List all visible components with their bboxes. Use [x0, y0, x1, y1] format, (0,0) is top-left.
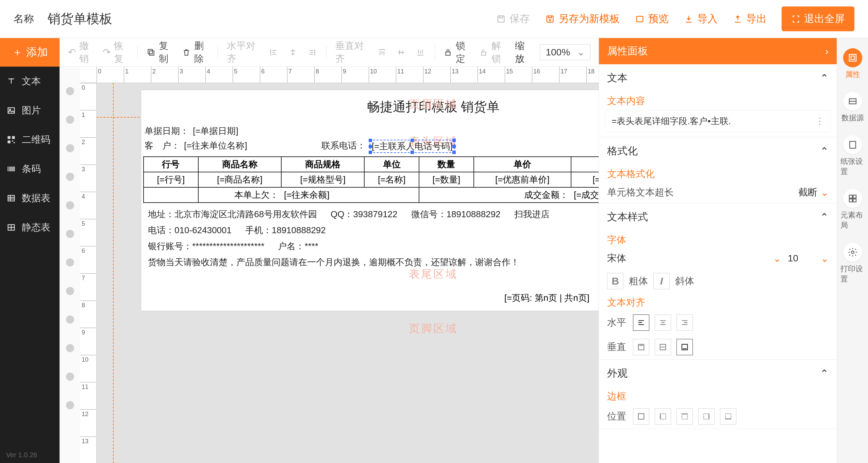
export-button[interactable]: 导出	[733, 12, 767, 26]
sidebar-item-statictable[interactable]: 静态表	[0, 213, 60, 242]
vertical-ruler[interactable]: 01234567891011121314	[80, 83, 97, 463]
text-content-input[interactable]: =表头表尾详细字段.客户•主联. ⋮	[605, 110, 831, 132]
exit-fullscreen-button[interactable]: 退出全屏	[782, 6, 854, 31]
align-top-button[interactable]	[377, 46, 387, 58]
table-header[interactable]: 数量	[419, 157, 474, 172]
save-button[interactable]: 保存	[496, 12, 530, 26]
section-appearance[interactable]: 外观⌃	[599, 360, 837, 387]
h-align-center-button[interactable]	[655, 314, 671, 331]
table-header[interactable]: 单价	[474, 157, 571, 172]
save-as-button[interactable]: 另存为新模板	[545, 12, 620, 26]
table-header[interactable]: 商品名称	[198, 157, 281, 172]
border-left-button[interactable]	[655, 408, 671, 425]
overflow-select[interactable]: 截断 ⌄	[798, 186, 829, 199]
position-label: 位置	[607, 410, 626, 423]
field-label[interactable]: 客 户：	[145, 140, 180, 153]
border-bottom-button[interactable]	[720, 408, 736, 425]
sum-value[interactable]: [=成交金额]	[571, 187, 599, 203]
sum-label[interactable]: 成交金额：	[419, 187, 571, 203]
border-all-button[interactable]	[633, 408, 649, 425]
template-name[interactable]: 销货单模板	[48, 10, 112, 28]
data-table[interactable]: 行号商品名称商品规格单位数量单价金额备注 [=行号][=商品名称][=规格型号]…	[143, 156, 599, 203]
table-header[interactable]: 单位	[364, 157, 419, 172]
horizontal-ruler[interactable]: 0123456789101112131415161718192021222324	[80, 67, 599, 83]
italic-button[interactable]: I	[653, 273, 670, 289]
v-align-top-button[interactable]	[633, 339, 649, 355]
copy-button[interactable]: 复制	[147, 39, 173, 65]
bold-button[interactable]: B	[607, 273, 623, 289]
table-cell[interactable]: [=优惠前单价]	[474, 172, 571, 187]
sum-value[interactable]: [=往来余额]	[281, 187, 419, 203]
delete-button[interactable]: 删除	[182, 39, 209, 65]
table-cell[interactable]: [=行号]	[144, 172, 198, 187]
lock-button[interactable]: 锁定	[444, 39, 470, 65]
sum-label[interactable]: 本单上欠：	[198, 187, 281, 203]
table-cell[interactable]: [=规格型号]	[281, 172, 364, 187]
rail-layout[interactable]: 元素布局	[840, 189, 865, 230]
align-right-button[interactable]	[307, 46, 317, 58]
h-align-right-button[interactable]	[677, 314, 693, 331]
footer-text[interactable]: 户名：****	[278, 240, 318, 252]
rail-datasource[interactable]: 数据源	[840, 92, 865, 123]
footer-text[interactable]: 货物当天请验收清楚，产品质量问题请在一个月内退换，逾期概不负责，还望谅解，谢谢合…	[148, 256, 519, 268]
field-value[interactable]: [=往来单位名称]	[184, 140, 247, 153]
align-bottom-button[interactable]	[415, 46, 426, 58]
sidebar-item-datatable[interactable]: 数据表	[0, 184, 60, 213]
unlock-button[interactable]: 解锁	[479, 39, 506, 65]
border-top-button[interactable]	[677, 408, 693, 425]
align-left-button[interactable]	[268, 46, 279, 58]
section-style[interactable]: 文本样式⌃	[599, 203, 837, 231]
h-align-left-button[interactable]	[633, 314, 649, 331]
rail-print[interactable]: 打印设置	[840, 243, 865, 284]
sidebar-item-text[interactable]: 文本	[0, 67, 60, 96]
properties-header[interactable]: 属性面板 ›	[599, 38, 837, 64]
footer-text[interactable]: 手机：18910888292	[245, 224, 326, 236]
font-size-select[interactable]: 10 ⌄	[788, 253, 829, 264]
page[interactable]: 页眉区域 畅捷通打印模板 销货单 表头区域 单据日期： [=单据日期] 单据编号…	[141, 90, 599, 311]
table-cell[interactable]: [=名称]	[364, 172, 419, 187]
preview-button[interactable]: 预览	[635, 12, 669, 26]
selected-field[interactable]: [=主联系人电话号码]	[370, 140, 455, 153]
table-cell[interactable]: [=商品名称]	[198, 172, 281, 187]
footer-text[interactable]: QQ：393879122	[331, 208, 398, 220]
table-header[interactable]: 商品规格	[281, 157, 364, 172]
table-cell[interactable]: [=优惠前金额]	[571, 172, 599, 187]
zoom-select[interactable]: 100% ⌄	[540, 44, 590, 60]
image-icon	[6, 105, 16, 116]
field-label[interactable]: 单据日期：	[145, 125, 189, 137]
footer-text[interactable]: 地址：北京市海淀区北清路68号用友软件园	[148, 208, 317, 220]
guide-vertical[interactable]	[113, 83, 114, 463]
section-text[interactable]: 文本⌃	[599, 64, 837, 92]
more-icon[interactable]: ⋮	[815, 116, 824, 126]
sidebar-item-qrcode[interactable]: 二维码	[0, 125, 60, 154]
table-header[interactable]: 金额	[571, 157, 599, 172]
align-middle-button[interactable]	[396, 46, 406, 58]
sidebar-item-image[interactable]: 图片	[0, 96, 60, 125]
footer-text[interactable]: 银行账号：*********************	[148, 240, 264, 252]
table-header[interactable]: 行号	[144, 157, 198, 172]
rail-properties[interactable]: 属性	[840, 48, 865, 80]
text-icon	[6, 76, 16, 86]
add-button[interactable]: ＋ 添加	[0, 38, 60, 67]
table-cell[interactable]: [=数量]	[419, 172, 474, 187]
section-format[interactable]: 格式化⌃	[599, 137, 837, 165]
border-right-button[interactable]	[698, 408, 715, 425]
sidebar-item-barcode[interactable]: 条码	[0, 154, 60, 184]
undo-button[interactable]: ↶撤销	[68, 39, 94, 65]
pager-field[interactable]: [=页码: 第n页 | 共n页]	[141, 291, 599, 311]
footer-text[interactable]: 扫我进店	[514, 208, 550, 220]
template-title[interactable]: 畅捷通打印模板 销货单	[141, 90, 599, 124]
redo-button[interactable]: ↷恢复	[103, 39, 129, 65]
import-button[interactable]: 导入	[684, 12, 718, 26]
field-label[interactable]: 联系电话：	[321, 140, 366, 153]
rail-paper[interactable]: 纸张设置	[840, 135, 865, 177]
v-align-middle-button[interactable]	[655, 339, 671, 355]
field-value[interactable]: [=单据日期]	[193, 125, 238, 137]
font-family-select[interactable]: 宋体 ⌄	[607, 252, 781, 265]
v-align-bottom-button[interactable]	[677, 339, 693, 355]
canvas[interactable]: 页眉区域 畅捷通打印模板 销货单 表头区域 单据日期： [=单据日期] 单据编号…	[97, 83, 599, 463]
footer-text[interactable]: 电话：010-62430001	[148, 224, 232, 236]
chevron-down-icon: ⌄	[821, 253, 829, 264]
footer-text[interactable]: 微信号：18910888292	[411, 208, 501, 220]
align-center-h-button[interactable]	[287, 46, 298, 58]
